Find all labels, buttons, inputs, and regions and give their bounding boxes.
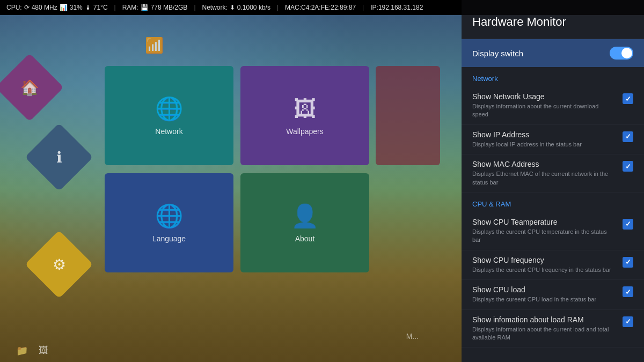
setting-desc-ip-address: Displays local IP address in the status …	[472, 141, 616, 149]
network-speed: 0.1000 kb/s	[237, 4, 270, 11]
cpu-load: 31%	[70, 4, 83, 11]
setting-row-cpu-load: Show CPU load Displays the cureent CPU l…	[462, 280, 644, 309]
cpu-bar-icon: 📊	[60, 4, 68, 11]
about-tile-label: About	[295, 234, 315, 243]
cpu-temp-icon: 🌡	[85, 4, 91, 11]
checkbox-ip-address[interactable]	[623, 131, 633, 142]
setting-desc-network-usage: Displays information about the current d…	[472, 102, 616, 119]
partial-tile-label: M...	[406, 332, 419, 341]
setting-row-cpu-freq: Show CPU frequency Displays the cureent …	[462, 250, 644, 280]
tile-partial-right[interactable]	[376, 66, 440, 165]
ram-item: RAM: 💾 778 MB/2GB	[122, 4, 188, 11]
wallpapers-tile-icon: 🖼	[294, 96, 316, 122]
display-switch-label: Display switch	[472, 49, 523, 58]
tile-about[interactable]: 👤 About	[240, 173, 369, 272]
setting-title-cpu-temp: Show CPU Teamperature	[472, 218, 616, 226]
info-icon: ℹ	[56, 149, 62, 166]
setting-title-cpu-load: Show CPU load	[472, 285, 616, 294]
network-tile-icon: 🌐	[155, 95, 183, 122]
setting-desc-cpu-load: Displays the cureent CPU load in the sta…	[472, 295, 616, 304]
setting-row-network-usage: Show Network Usage Displays information …	[462, 87, 644, 125]
network-tile-label: Network	[155, 127, 182, 136]
cpu-text: CPU:	[6, 4, 22, 11]
tile-network[interactable]: 🌐 Network	[105, 66, 233, 165]
status-bar: CPU: ⟳ 480 MHz 📊 31% 🌡 71°C | RAM: 💾 778…	[0, 0, 644, 15]
diamond-info[interactable]: ℹ	[25, 123, 93, 191]
language-tile-icon: 🌐	[155, 203, 183, 229]
setting-title-mac-address: Show MAC Address	[472, 160, 616, 168]
background: 📶 🏠 ℹ ⚙ 🌐 Network 🖼 Wallpapers	[0, 15, 462, 362]
bottom-icon-2[interactable]: 🖼	[39, 345, 48, 357]
checkbox-cpu-freq[interactable]	[623, 257, 633, 268]
setting-title-ram-info: Show infomation about load RAM	[472, 315, 616, 324]
wallpapers-tile-label: Wallpapers	[286, 127, 324, 136]
cpu-spin-icon: ⟳	[24, 4, 30, 11]
setting-title-network-usage: Show Network Usage	[472, 92, 616, 101]
cpu-freq: 480 MHz	[32, 4, 57, 11]
cpu-temp: 71°C	[93, 4, 108, 11]
tile-language[interactable]: 🌐 Language	[105, 173, 233, 272]
diamond-home[interactable]: 🏠	[0, 53, 64, 121]
cpu-label: CPU: ⟳ 480 MHz 📊 31% 🌡 71°C	[6, 4, 108, 11]
network-down-icon: ⬇	[230, 4, 235, 11]
setting-desc-mac-address: Displays Ethernet MAC of the current net…	[472, 170, 616, 187]
diamond-settings[interactable]: ⚙	[25, 230, 93, 298]
display-switch-row: Display switch	[462, 39, 644, 67]
setting-row-ram-info: Show infomation about load RAM Displays …	[462, 310, 644, 348]
tile-wallpapers[interactable]: 🖼 Wallpapers	[240, 66, 369, 165]
ram-label: RAM:	[122, 4, 138, 11]
ram-icon: 💾	[141, 4, 149, 11]
setting-row-cpu-temp: Show CPU Teamperature Displays the curee…	[462, 212, 644, 250]
network-section-label: Network	[462, 67, 644, 87]
gear-icon: ⚙	[53, 256, 66, 274]
checkbox-ram-info[interactable]	[623, 316, 633, 327]
mac-address: MAC:C4:2A:FE:22:89:87	[285, 4, 356, 11]
setting-row-ip-address: Show IP Address Displays local IP addres…	[462, 125, 644, 154]
setting-title-ip-address: Show IP Address	[472, 130, 616, 139]
ram-usage: 778 MB/2GB	[151, 4, 188, 11]
network-label: Network:	[202, 4, 228, 11]
display-switch-toggle[interactable]	[610, 47, 633, 60]
setting-desc-ram-info: Displays information about the current l…	[472, 326, 616, 342]
checkbox-network-usage[interactable]	[623, 93, 633, 104]
ip-address: IP:192.168.31.182	[370, 4, 423, 11]
wifi-bg-icon: 📶	[145, 36, 164, 54]
setting-desc-cpu-freq: Displays the cureent CPU frequency in th…	[472, 266, 616, 274]
checkbox-cpu-temp[interactable]	[623, 219, 633, 230]
language-tile-label: Language	[152, 234, 186, 243]
hardware-monitor-panel: Hardware Monitor Display switch Network …	[462, 0, 644, 362]
bottom-icon-1[interactable]: 📁	[16, 345, 28, 357]
setting-title-cpu-freq: Show CPU frequency	[472, 256, 616, 264]
cpu-ram-section-label: CPU & RAM	[462, 193, 644, 212]
setting-row-mac-address: Show MAC Address Displays Ethernet MAC o…	[462, 154, 644, 193]
home-icon: 🏠	[20, 79, 39, 97]
network-item: Network: ⬇ 0.1000 kb/s	[202, 4, 270, 11]
checkbox-cpu-load[interactable]	[623, 286, 633, 297]
checkbox-mac-address[interactable]	[623, 161, 633, 172]
setting-desc-cpu-temp: Displays the cureent CPU temperature in …	[472, 228, 616, 245]
about-tile-icon: 👤	[291, 203, 319, 229]
